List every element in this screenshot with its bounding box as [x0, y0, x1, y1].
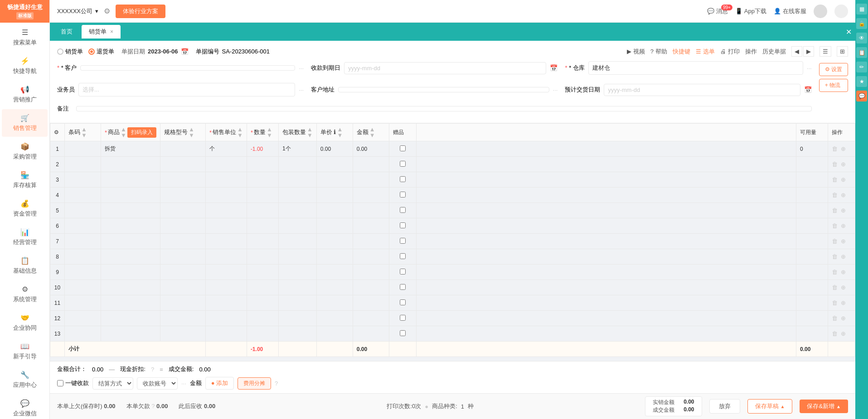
cell-spec[interactable] — [160, 326, 205, 342]
tab-close-icon[interactable]: × — [110, 29, 113, 35]
cell-barcode[interactable] — [65, 203, 101, 218]
cell-unit[interactable] — [205, 188, 247, 203]
copy-row-icon[interactable]: ⊕ — [841, 161, 846, 168]
cell-pkg-qty[interactable]: 1个 — [278, 141, 316, 157]
cell-gift[interactable] — [389, 249, 416, 265]
cell-amount[interactable]: 0.00 — [353, 141, 389, 157]
sidebar-item-新手引导[interactable]: 📖新手引导 — [2, 337, 48, 365]
cell-price[interactable] — [316, 311, 353, 326]
discount-help-icon[interactable]: ? — [151, 366, 154, 373]
cell-pkg-qty[interactable] — [278, 218, 316, 234]
cell-unit[interactable] — [205, 234, 247, 249]
right-panel-chat[interactable]: 💬 — [856, 91, 867, 101]
cell-barcode[interactable] — [65, 311, 101, 326]
cell-qty[interactable] — [247, 311, 278, 326]
cell-unit[interactable] — [205, 295, 247, 311]
cell-spec[interactable] — [160, 280, 205, 295]
cell-amount[interactable] — [353, 249, 389, 265]
delete-row-icon[interactable]: 🗑 — [832, 222, 838, 229]
settings-button[interactable]: ⚙ 设置 — [819, 63, 848, 76]
tab-sale-order[interactable]: 销货单 × — [82, 25, 121, 39]
cell-gift[interactable] — [389, 280, 416, 295]
delete-row-icon[interactable]: 🗑 — [832, 238, 838, 245]
cell-product[interactable] — [101, 326, 160, 342]
cell-pkg-qty[interactable] — [278, 311, 316, 326]
history-action[interactable]: 历史单据 — [762, 48, 786, 56]
cell-barcode[interactable] — [65, 326, 101, 342]
cell-barcode[interactable] — [65, 295, 101, 311]
cell-price[interactable] — [316, 265, 353, 280]
cell-unit[interactable] — [205, 311, 247, 326]
cell-barcode[interactable] — [65, 280, 101, 295]
cell-product[interactable] — [101, 203, 160, 218]
radio-sale[interactable]: 销货单 — [57, 48, 83, 56]
cell-qty[interactable] — [247, 234, 278, 249]
cell-gift[interactable] — [389, 295, 416, 311]
cell-amount[interactable] — [353, 203, 389, 218]
cell-gift[interactable] — [389, 311, 416, 326]
cell-gift[interactable] — [389, 188, 416, 203]
help-action[interactable]: ? 帮助 — [650, 48, 667, 56]
cell-barcode[interactable] — [65, 188, 101, 203]
cell-unit[interactable] — [205, 218, 247, 234]
cell-barcode[interactable] — [65, 172, 101, 188]
cell-unit[interactable] — [205, 265, 247, 280]
copy-row-icon[interactable]: ⊕ — [841, 330, 846, 337]
sidebar-item-销售管理[interactable]: 🛒销售管理 — [2, 109, 48, 137]
cell-gift[interactable] — [389, 172, 416, 188]
salesman-input[interactable]: 选择... — [78, 83, 295, 96]
cell-product[interactable] — [101, 280, 160, 295]
cell-spec[interactable] — [160, 218, 205, 234]
video-action[interactable]: ▶ 视频 — [627, 48, 645, 56]
cell-pkg-qty[interactable] — [278, 265, 316, 280]
cell-gift[interactable] — [389, 141, 416, 157]
right-panel-edit[interactable]: ✏ — [856, 62, 867, 72]
user-avatar-2[interactable] — [834, 5, 848, 18]
delete-row-icon[interactable]: 🗑 — [832, 253, 838, 260]
online-service-button[interactable]: 👤 在线客服 — [774, 7, 806, 15]
cell-spec[interactable] — [160, 249, 205, 265]
customer-input[interactable] — [80, 65, 295, 71]
cell-product[interactable]: 拆货 — [101, 141, 160, 157]
overdue-help[interactable]: ? — [151, 403, 155, 409]
delete-row-icon[interactable]: 🗑 — [832, 192, 838, 198]
cell-unit[interactable] — [205, 157, 247, 172]
cell-spec[interactable] — [160, 172, 205, 188]
cell-qty[interactable] — [247, 188, 278, 203]
copy-row-icon[interactable]: ⊕ — [841, 253, 846, 260]
cell-spec[interactable] — [160, 311, 205, 326]
company-selector[interactable]: XXXXXX公司 ▾ — [57, 7, 98, 15]
cell-price[interactable] — [316, 249, 353, 265]
cell-barcode[interactable] — [65, 157, 101, 172]
right-panel-star[interactable]: ★ — [856, 76, 867, 87]
tab-home[interactable]: 首页 — [53, 24, 80, 39]
cell-amount[interactable] — [353, 311, 389, 326]
cell-product[interactable] — [101, 172, 160, 188]
cell-barcode[interactable] — [65, 265, 101, 280]
receivable-input[interactable]: yyyy-mm-dd — [344, 62, 546, 74]
sidebar-item-经营管理[interactable]: 📊经营管理 — [2, 223, 48, 251]
cell-amount[interactable] — [353, 265, 389, 280]
sidebar-item-企业协同[interactable]: 🤝企业协同 — [2, 309, 48, 337]
cell-amount[interactable] — [353, 280, 389, 295]
cell-spec[interactable] — [160, 188, 205, 203]
cell-product[interactable] — [101, 295, 160, 311]
sidebar-item-搜索菜单[interactable]: ☰搜索菜单 — [2, 24, 48, 51]
cell-barcode[interactable] — [65, 218, 101, 234]
cell-unit[interactable]: 个 — [205, 141, 247, 157]
delete-row-icon[interactable]: 🗑 — [832, 207, 838, 214]
cell-qty[interactable] — [247, 295, 278, 311]
sidebar-item-基础信息[interactable]: 📋基础信息 — [2, 252, 48, 279]
app-download-button[interactable]: 📱 App下载 — [735, 7, 766, 15]
right-panel-grid[interactable]: ▦ — [856, 4, 867, 14]
cell-gift[interactable] — [389, 157, 416, 172]
cell-price[interactable] — [316, 326, 353, 342]
sidebar-item-系统管理[interactable]: ⚙系统管理 — [2, 280, 48, 308]
settings-icon[interactable]: ⚙ — [104, 7, 110, 15]
cell-gift[interactable] — [389, 203, 416, 218]
warehouse-input[interactable]: 建材仓 — [588, 61, 803, 75]
shortcut-action[interactable]: 快捷键 — [673, 48, 690, 56]
copy-row-icon[interactable]: ⊕ — [841, 207, 846, 214]
cell-unit[interactable] — [205, 203, 247, 218]
delete-row-icon[interactable]: 🗑 — [832, 269, 838, 275]
